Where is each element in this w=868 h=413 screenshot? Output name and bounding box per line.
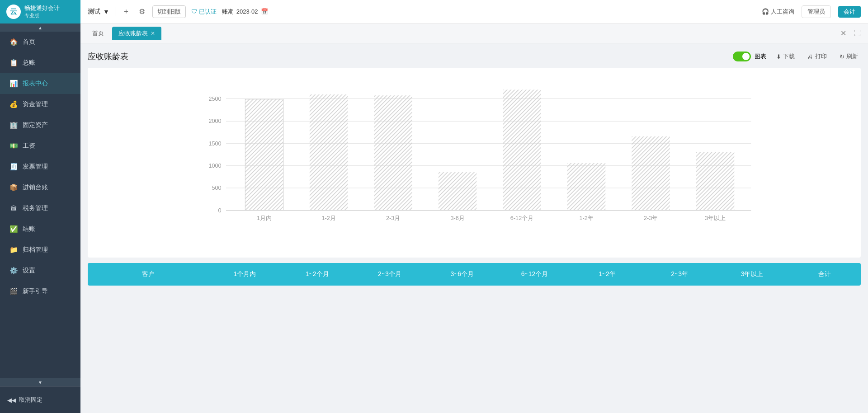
tab-close-icon[interactable]: ✕ [839,27,848,39]
table-header-cell-4: 3~6个月 [426,263,498,286]
company-dropdown-icon: ▼ [103,8,109,15]
chart-toggle-label: 图表 [755,52,766,61]
sidebar-icon-6: 🧾 [9,163,18,171]
svg-rect-13 [245,99,283,211]
sidebar-label-12: 新手引导 [23,287,48,296]
svg-rect-16 [439,172,476,210]
print-icon: 🖨 [807,53,813,60]
sidebar-scroll-down[interactable]: ▼ [0,378,80,386]
refresh-icon: ↻ [840,53,844,60]
svg-text:6-12个月: 6-12个月 [510,215,533,221]
sidebar-item-11[interactable]: ⚙️ 设置 [0,260,80,281]
print-label: 打印 [815,52,827,61]
sidebar-item-3[interactable]: 💰 资金管理 [0,94,80,115]
tabbar: 首页 应收账龄表 ✕ ✕ ⛶ [80,23,868,43]
sidebar-label-11: 设置 [23,267,35,275]
table-header-cell-3: 2~3个月 [354,263,426,286]
old-version-button[interactable]: 切到旧版 [152,5,186,18]
chart-toggle[interactable] [733,52,751,61]
tab-home[interactable]: 首页 [86,27,110,40]
sidebar-label-8: 税务管理 [23,204,48,212]
sidebar-label-0: 首页 [23,38,35,46]
sidebar-label-2: 报表中心 [23,80,48,88]
sidebar-label-5: 工资 [23,142,35,150]
svg-text:3-6月: 3-6月 [450,215,464,221]
cancel-fixed-button[interactable]: ◀◀ 取消固定 [0,391,80,408]
page-header: 应收账龄表 图表 ⬇ 下载 🖨 打印 ↻ 刷新 [88,51,861,62]
svg-text:500: 500 [212,185,221,191]
svg-rect-18 [567,163,605,211]
sidebar-label-9: 结账 [23,225,35,233]
svg-text:1-2月: 1-2月 [321,215,335,221]
sidebar-label-3: 资金管理 [23,100,48,108]
chart-toggle-container: 图表 [733,52,766,61]
sidebar-icon-9: ✅ [9,225,18,233]
svg-rect-20 [696,152,734,211]
sidebar-scroll-up[interactable]: ▲ [0,23,80,32]
table-card: 客户1个月内1~2个月2~3个月3~6个月6~12个月1~2年2~3年3年以上合… [88,263,861,286]
download-button[interactable]: ⬇ 下载 [774,51,797,62]
sidebar-item-8[interactable]: 🏛 税务管理 [0,198,80,219]
period-value: 2023-02 [236,8,258,15]
tab-expand-icon[interactable]: ⛶ [852,28,863,39]
table-header-cell-8: 3年以上 [716,263,788,286]
sidebar-icon-4: 🏢 [9,121,18,129]
chart-svg: 0 500 1000 1500 2000 2500 [99,77,850,249]
topbar-right: 🎧 人工咨询 管理员 会计 [762,5,861,18]
svg-text:1月内: 1月内 [257,215,272,221]
manager-button[interactable]: 管理员 [802,5,831,18]
table-header-cell-2: 1~2个月 [281,263,354,286]
calendar-icon[interactable]: 📅 [261,8,268,15]
company-name: 测试 [88,8,100,16]
sidebar-item-4[interactable]: 🏢 固定资产 [0,115,80,136]
tab-home-label: 首页 [92,29,104,38]
company-selector[interactable]: 测试 ▼ [88,8,109,16]
download-label: 下载 [783,52,795,61]
content-area: 应收账龄表 图表 ⬇ 下载 🖨 打印 ↻ 刷新 [80,43,868,413]
download-icon: ⬇ [776,53,781,60]
main-area: 测试 ▼ ＋ ⚙ 切到旧版 🛡 已认证 账期 2023-02 📅 🎧 人工咨询 … [80,0,868,413]
svg-rect-15 [374,95,412,210]
sidebar-label-4: 固定资产 [23,121,48,129]
tab-aging[interactable]: 应收账龄表 ✕ [112,27,161,40]
headset-icon: 🎧 [762,8,769,15]
app-logo: 云 畅捷通好会计 专业版 [0,0,80,23]
chart-container: 0 500 1000 1500 2000 2500 [99,77,850,249]
sidebar-icon-1: 📋 [9,59,18,67]
cancel-fixed-icon: ◀◀ [7,397,16,404]
consult-button[interactable]: 🎧 人工咨询 [762,8,794,16]
sidebar-item-0[interactable]: 🏠 首页 [0,32,80,52]
topbar: 测试 ▼ ＋ ⚙ 切到旧版 🛡 已认证 账期 2023-02 📅 🎧 人工咨询 … [80,0,868,23]
settings-icon[interactable]: ⚙ [137,5,147,18]
svg-text:2-3年: 2-3年 [644,215,658,221]
svg-text:0: 0 [218,207,222,214]
sidebar: 云 畅捷通好会计 专业版 ▲ 🏠 首页 📋 总账 📊 报表中心 💰 资金管理 🏢… [0,0,80,413]
topbar-divider-1 [115,7,115,16]
sidebar-item-10[interactable]: 📁 归档管理 [0,239,80,260]
sidebar-item-9[interactable]: ✅ 结账 [0,219,80,239]
sidebar-item-7[interactable]: 📦 进销台账 [0,177,80,198]
sidebar-item-6[interactable]: 🧾 发票管理 [0,156,80,177]
sidebar-icon-10: 📁 [9,246,18,254]
table-header-cell-7: 2~3年 [643,263,716,286]
chart-card: 0 500 1000 1500 2000 2500 [88,68,861,258]
refresh-button[interactable]: ↻ 刷新 [837,51,861,62]
svg-text:1-2年: 1-2年 [579,215,593,221]
sidebar-label-1: 总账 [23,59,35,67]
svg-text:3年以上: 3年以上 [705,215,726,221]
svg-text:1000: 1000 [208,163,221,169]
sidebar-item-12[interactable]: 🎬 新手引导 [0,281,80,302]
sidebar-item-5[interactable]: 💵 工资 [0,136,80,156]
sidebar-item-2[interactable]: 📊 报表中心 [0,73,80,94]
cancel-fixed-label: 取消固定 [19,396,42,404]
add-button[interactable]: ＋ [121,5,132,18]
svg-text:2500: 2500 [208,96,221,102]
sidebar-item-1[interactable]: 📋 总账 [0,52,80,73]
sidebar-bottom: ◀◀ 取消固定 [0,386,80,413]
print-button[interactable]: 🖨 打印 [805,51,830,62]
role-button[interactable]: 会计 [838,6,861,18]
svg-text:1500: 1500 [208,141,221,147]
period-display: 账期 2023-02 📅 [222,8,268,16]
app-edition: 专业版 [24,12,60,19]
tab-aging-close[interactable]: ✕ [151,30,155,37]
